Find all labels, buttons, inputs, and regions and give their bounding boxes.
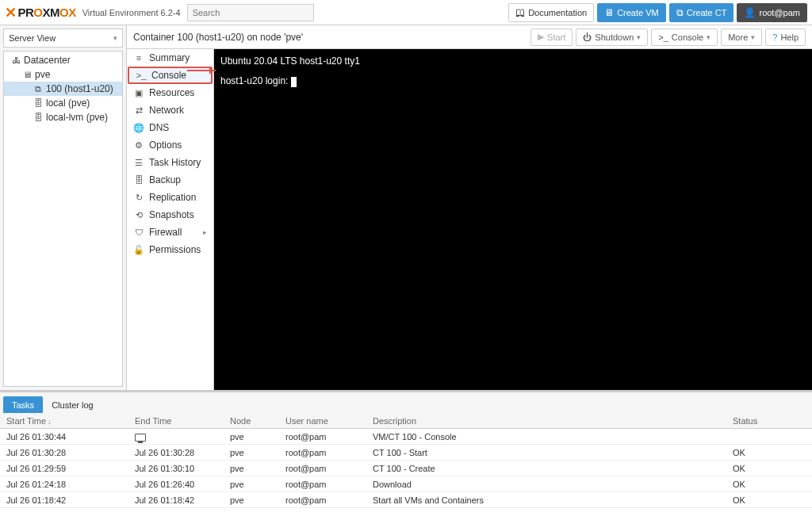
logo: ✕ PROXMOX: [5, 4, 76, 21]
menu-icon: 🌐: [133, 123, 144, 133]
menu-icon: 🛡: [133, 228, 144, 237]
submenu-dns[interactable]: 🌐DNS: [127, 119, 213, 136]
menu-label: Options: [149, 140, 182, 151]
chevron-down-icon: ▾: [707, 33, 710, 41]
tree-node[interactable]: 🗄local-lvm (pve): [4, 110, 122, 124]
submenu-backup[interactable]: 🗄Backup: [127, 171, 213, 189]
submenu-task-history[interactable]: ☰Task History: [127, 154, 213, 171]
shutdown-button[interactable]: ⏻Shutdown▾: [576, 29, 648, 46]
running-icon: [135, 434, 146, 442]
terminal-icon: >_: [658, 32, 668, 42]
node-label: local-lvm (pve): [46, 112, 108, 123]
breadcrumb-title: Container 100 (host1-u20) on node 'pve': [133, 32, 303, 43]
submenu-permissions[interactable]: 🔓Permissions: [127, 241, 213, 258]
documentation-button[interactable]: 🕮Documentation: [508, 3, 594, 22]
tree-node[interactable]: 🗄local (pve): [4, 96, 122, 110]
tab-tasks[interactable]: Tasks: [3, 396, 43, 413]
content: Container 100 (host1-u20) on node 'pve' …: [127, 25, 812, 390]
log-row[interactable]: Jul 26 01:30:28Jul 26 01:30:28pveroot@pa…: [0, 445, 812, 461]
menu-label: Firewall: [149, 227, 182, 238]
menu-label: Summary: [149, 52, 190, 63]
menu-label: Backup: [149, 174, 181, 185]
user-menu-button[interactable]: 👤root@pam: [737, 3, 807, 22]
col-end[interactable]: End Time: [135, 416, 230, 426]
breadcrumb-bar: Container 100 (host1-u20) on node 'pve' …: [127, 25, 812, 49]
log-row[interactable]: Jul 26 01:18:42Jul 26 01:18:42pveroot@pa…: [0, 492, 812, 508]
col-start[interactable]: Start Time↓: [0, 416, 135, 426]
node-icon: 🗄: [33, 98, 44, 108]
log-tabs: Tasks Cluster log: [0, 392, 812, 413]
menu-label: Snapshots: [149, 209, 194, 220]
submenu-summary[interactable]: ≡Summary: [127, 49, 213, 67]
console-terminal[interactable]: Ubuntu 20.04 LTS host1-u20 tty1 host1-u2…: [214, 49, 812, 390]
tree: 🖧Datacenter🖥pve⧉100 (host1-u20)🗄local (p…: [3, 51, 123, 387]
node-icon: 🖧: [10, 55, 21, 65]
create-ct-button[interactable]: ⧉Create CT: [669, 3, 734, 22]
create-ct-label: Create CT: [687, 8, 727, 17]
submenu-snapshots[interactable]: ⟲Snapshots: [127, 206, 213, 224]
menu-icon: ⇄: [133, 105, 144, 116]
menu-label: Network: [149, 105, 184, 116]
submenu-firewall[interactable]: 🛡Firewall▸: [127, 224, 213, 241]
chevron-down-icon: ▾: [751, 33, 755, 41]
submenu-options[interactable]: ⚙Options: [127, 136, 213, 154]
log-row[interactable]: Jul 26 01:30:44pveroot@pamVM/CT 100 - Co…: [0, 429, 812, 445]
col-node[interactable]: Node: [230, 416, 285, 426]
create-vm-label: Create VM: [617, 8, 659, 17]
chevron-down-icon: ▾: [113, 34, 117, 42]
start-button[interactable]: ▶Start: [530, 29, 573, 46]
col-status[interactable]: Status: [733, 416, 812, 426]
cursor-icon: [291, 77, 297, 87]
log-header-row: Start Time↓ End Time Node User name Desc…: [0, 413, 812, 429]
create-vm-button[interactable]: 🖥Create VM: [597, 3, 666, 22]
user-icon: 👤: [744, 7, 756, 18]
sort-down-icon: ↓: [48, 418, 52, 426]
submenu-replication[interactable]: ↻Replication: [127, 189, 213, 206]
annotation-arrow: [187, 70, 216, 71]
menu-icon: ⟲: [133, 210, 144, 220]
version-label: Virtual Environment 6.2-4: [82, 8, 181, 17]
tree-node[interactable]: 🖥pve: [4, 67, 122, 82]
logo-x-icon: ✕: [5, 4, 17, 21]
col-desc[interactable]: Description: [373, 416, 733, 426]
tab-cluster-log[interactable]: Cluster log: [43, 396, 102, 413]
task-log-panel: Tasks Cluster log Start Time↓ End Time N…: [0, 390, 812, 520]
console-button[interactable]: >_Console▾: [651, 29, 718, 46]
main: Server View ▾ 🖧Datacenter🖥pve⧉100 (host1…: [0, 25, 812, 390]
menu-label: Replication: [149, 192, 196, 203]
log-row[interactable]: Jul 26 01:24:18Jul 26 01:26:40pveroot@pa…: [0, 476, 812, 492]
col-user[interactable]: User name: [285, 416, 373, 426]
tree-node[interactable]: ⧉100 (host1-u20): [4, 82, 122, 96]
help-button[interactable]: ?Help: [765, 29, 806, 46]
submenu-network[interactable]: ⇄Network: [127, 101, 213, 119]
menu-label: Console: [151, 70, 186, 81]
node-label: pve: [35, 69, 50, 80]
menu-label: DNS: [149, 122, 169, 133]
log-row[interactable]: Jul 26 01:29:59Jul 26 01:30:10pveroot@pa…: [0, 461, 812, 476]
menu-icon: ≡: [133, 53, 144, 63]
menu-icon: ▣: [133, 88, 144, 98]
chevron-right-icon: ▸: [203, 228, 207, 236]
tree-node[interactable]: 🖧Datacenter: [4, 53, 122, 67]
node-label: local (pve): [46, 98, 90, 109]
menu-label: Task History: [149, 157, 201, 168]
view-selector[interactable]: Server View ▾: [3, 29, 123, 48]
content-body: ≡Summary>_Console▣Resources⇄Network🌐DNS⚙…: [127, 49, 812, 390]
submenu: ≡Summary>_Console▣Resources⇄Network🌐DNS⚙…: [127, 49, 214, 390]
terminal-line: host1-u20 login:: [220, 74, 806, 89]
menu-label: Resources: [149, 87, 194, 98]
header: ✕ PROXMOX Virtual Environment 6.2-4 🕮Doc…: [0, 0, 812, 25]
node-icon: ⧉: [33, 84, 44, 94]
chevron-down-icon: ▾: [637, 33, 641, 41]
book-icon: 🕮: [515, 7, 525, 18]
menu-icon: ↻: [133, 193, 144, 203]
submenu-resources[interactable]: ▣Resources: [127, 84, 213, 101]
more-button[interactable]: More▾: [721, 29, 762, 46]
search-input[interactable]: [187, 4, 314, 21]
documentation-label: Documentation: [528, 8, 587, 17]
node-label: Datacenter: [24, 55, 71, 66]
node-icon: 🗄: [33, 113, 44, 122]
log-table: Start Time↓ End Time Node User name Desc…: [0, 413, 812, 520]
menu-icon: ☰: [133, 158, 144, 168]
help-icon: ?: [772, 32, 777, 42]
